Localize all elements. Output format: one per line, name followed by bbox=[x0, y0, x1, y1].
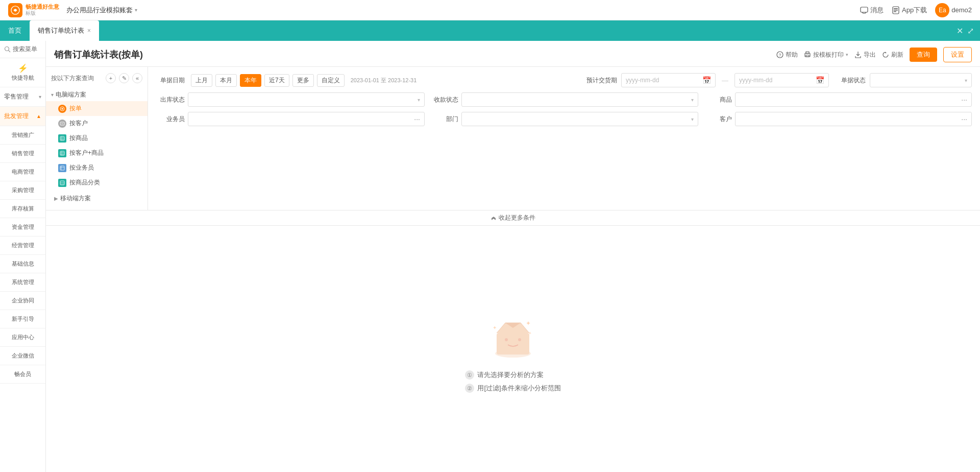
customer-more-icon[interactable]: ··· bbox=[961, 115, 967, 123]
export-button[interactable]: 导出 bbox=[854, 51, 876, 59]
window-close-icon[interactable]: ✕ bbox=[957, 26, 963, 36]
status-select[interactable]: ▾ bbox=[870, 73, 972, 87]
date-dash: — bbox=[722, 77, 728, 84]
app-selector[interactable]: 办公用品行业模拟账套 ▾ bbox=[63, 5, 140, 16]
sidebar-item-retail[interactable]: 零售管理 ▾ bbox=[0, 87, 45, 107]
expected-date-end[interactable]: 📅 bbox=[734, 73, 829, 87]
goods-select[interactable]: ··· bbox=[735, 92, 972, 107]
app-download-button[interactable]: App下载 bbox=[892, 6, 927, 15]
customer-select[interactable]: ··· bbox=[735, 112, 972, 126]
desktop-scheme-section: ▾ 电脑端方案 按单 按客户 bbox=[46, 87, 148, 191]
query-button[interactable]: 查询 bbox=[910, 48, 937, 62]
sidebar: 搜索菜单 ⚡ 快捷导航 零售管理 ▾ 批发管理 ▲ 营销推广 销售管理 电商管理… bbox=[0, 41, 46, 472]
print-dropdown-icon[interactable]: ▾ bbox=[846, 52, 848, 57]
help-button[interactable]: ? 帮助 bbox=[776, 51, 798, 59]
search-menu-item[interactable]: 搜索菜单 bbox=[0, 41, 45, 58]
edit-scheme-icon[interactable]: ✎ bbox=[119, 73, 129, 83]
sidebar-item-app-center[interactable]: 应用中心 bbox=[0, 328, 45, 347]
add-scheme-icon[interactable]: + bbox=[106, 73, 116, 83]
sidebar-item-operation[interactable]: 经营管理 bbox=[0, 237, 45, 255]
mobile-section-header[interactable]: ▶ 移动端方案 bbox=[46, 192, 148, 205]
tab-home[interactable]: 首页 bbox=[0, 20, 30, 41]
collapse-scheme-icon[interactable]: « bbox=[132, 73, 142, 83]
expected-date-start[interactable]: 📅 bbox=[621, 73, 716, 87]
expected-date-start-input[interactable] bbox=[626, 77, 702, 84]
scheme-item-by-order[interactable]: 按单 bbox=[46, 101, 148, 116]
sidebar-item-ecommerce[interactable]: 电商管理 bbox=[0, 163, 45, 181]
customer-label: 客户 bbox=[703, 115, 732, 124]
salesperson-more-icon[interactable]: ··· bbox=[414, 115, 420, 123]
window-maximize-icon[interactable]: ⤢ bbox=[967, 26, 974, 36]
scheme-item-by-customer-goods[interactable]: 按客户+商品 bbox=[46, 146, 148, 160]
svg-text:✦: ✦ bbox=[526, 320, 531, 327]
status-label: 单据状态 bbox=[841, 76, 866, 85]
this-month-btn[interactable]: 本月 bbox=[215, 74, 237, 87]
sidebar-item-purchase[interactable]: 采购管理 bbox=[0, 181, 45, 200]
tab-active[interactable]: 销售订单统计表 × bbox=[30, 20, 99, 41]
scheme-item-by-customer[interactable]: 按客户 bbox=[46, 116, 148, 131]
filter-row-1: 单据日期 上月 本月 本年 近7天 更多 自定义 2023-01-01 至 20… bbox=[156, 73, 972, 87]
this-year-btn[interactable]: 本年 bbox=[240, 74, 261, 87]
sidebar-item-finance[interactable]: 资金管理 bbox=[0, 218, 45, 237]
svg-point-32 bbox=[505, 338, 508, 341]
tab-close-icon[interactable]: × bbox=[87, 27, 91, 34]
delivery-arrow: ▾ bbox=[418, 97, 420, 103]
calendar-end-icon[interactable]: 📅 bbox=[816, 76, 824, 84]
scheme-panel: 按以下方案查询 + ✎ « ▾ 电脑端方案 bbox=[46, 67, 148, 210]
svg-text:✦: ✦ bbox=[493, 325, 497, 331]
scheme-icon-order bbox=[58, 105, 66, 113]
print-label: 按模板打印 bbox=[813, 51, 844, 59]
goods-more-icon[interactable]: ··· bbox=[961, 96, 967, 104]
sidebar-item-sales[interactable]: 销售管理 bbox=[0, 145, 45, 163]
sidebar-item-guide[interactable]: 新手引导 bbox=[0, 310, 45, 328]
calendar-start-icon[interactable]: 📅 bbox=[702, 76, 711, 84]
settings-label: 设置 bbox=[951, 50, 964, 59]
sidebar-item-wholesale[interactable]: 批发管理 ▲ bbox=[0, 107, 45, 126]
sidebar-item-system[interactable]: 系统管理 bbox=[0, 273, 45, 292]
settings-button[interactable]: 设置 bbox=[943, 47, 972, 62]
logo-text: 畅捷通好生意 bbox=[26, 4, 59, 10]
scheme-item-by-goods[interactable]: 按商品 bbox=[46, 131, 148, 146]
scheme-item-label-goods: 按商品 bbox=[69, 134, 88, 143]
message-button[interactable]: 消息 bbox=[860, 6, 884, 15]
chevron-down-icon: ▾ bbox=[135, 7, 137, 13]
status-select-arrow: ▾ bbox=[965, 78, 967, 83]
svg-rect-16 bbox=[60, 136, 64, 140]
delivery-status-select[interactable]: ▾ bbox=[188, 92, 425, 107]
sidebar-item-marketing[interactable]: 营销推广 bbox=[0, 126, 45, 145]
wholesale-arrow: ▲ bbox=[36, 113, 41, 119]
svg-rect-12 bbox=[806, 55, 809, 57]
scheme-item-by-salesperson[interactable]: 按业务员 bbox=[46, 160, 148, 175]
empty-tip-2: ② 用[过滤]条件来缩小分析范围 bbox=[465, 384, 560, 393]
scheme-item-by-category[interactable]: 按商品分类 bbox=[46, 175, 148, 190]
sidebar-item-basic[interactable]: 基础信息 bbox=[0, 255, 45, 273]
last-month-btn[interactable]: 上月 bbox=[191, 74, 212, 87]
sidebar-item-member[interactable]: 畅会员 bbox=[0, 365, 45, 384]
sidebar-item-inventory[interactable]: 库存核算 bbox=[0, 200, 45, 218]
department-select[interactable]: ▾ bbox=[461, 112, 698, 126]
refresh-label: 刷新 bbox=[891, 51, 903, 59]
expected-date-end-input[interactable] bbox=[739, 77, 816, 84]
scheme-item-label-customer: 按客户 bbox=[69, 119, 88, 128]
department-cell: 部门 ▾ bbox=[430, 112, 698, 126]
last7days-btn[interactable]: 近7天 bbox=[264, 74, 289, 87]
user-menu[interactable]: Ea demo2 bbox=[935, 3, 972, 17]
collapse-bar[interactable]: 收起更多条件 bbox=[46, 210, 980, 226]
svg-rect-11 bbox=[806, 52, 809, 54]
sidebar-item-quick-nav[interactable]: ⚡ 快捷导航 bbox=[0, 58, 45, 87]
payment-status-select[interactable]: ▾ bbox=[461, 92, 698, 107]
svg-rect-31 bbox=[497, 333, 529, 355]
desktop-section-header[interactable]: ▾ 电脑端方案 bbox=[46, 88, 148, 101]
salesperson-select[interactable]: ··· bbox=[188, 112, 425, 126]
sidebar-item-cooperation[interactable]: 企业协同 bbox=[0, 292, 45, 310]
print-button[interactable]: 按模板打印 ▾ bbox=[804, 51, 848, 59]
goods-label: 商品 bbox=[703, 96, 732, 104]
custom-date-btn[interactable]: 自定义 bbox=[317, 74, 345, 87]
guide-label: 新手引导 bbox=[12, 315, 34, 323]
avatar-text: Ea bbox=[939, 7, 946, 14]
sidebar-item-wechat[interactable]: 企业微信 bbox=[0, 347, 45, 365]
svg-rect-27 bbox=[60, 181, 64, 185]
payment-arrow: ▾ bbox=[691, 97, 694, 103]
more-date-btn[interactable]: 更多 bbox=[292, 74, 314, 87]
refresh-button[interactable]: 刷新 bbox=[882, 51, 903, 59]
